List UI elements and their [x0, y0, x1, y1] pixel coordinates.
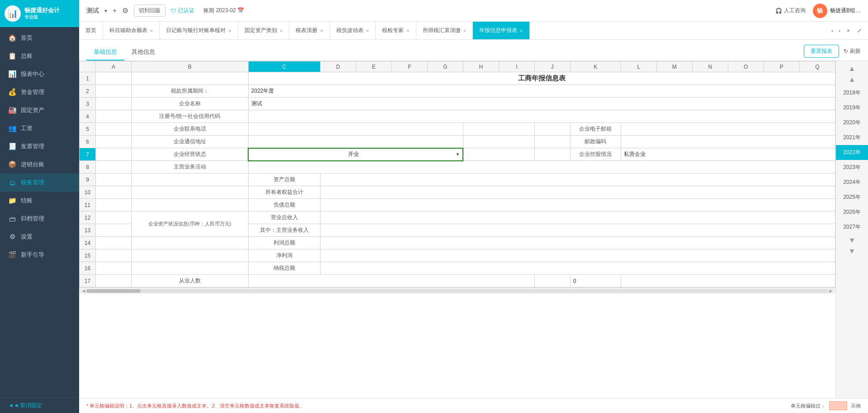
- cell-label[interactable]: 企业电子邮箱: [570, 123, 621, 136]
- cell[interactable]: 测试: [248, 98, 835, 110]
- reset-report-button[interactable]: 重置报表: [804, 45, 839, 58]
- cell[interactable]: [248, 136, 463, 148]
- cell[interactable]: [132, 249, 249, 262]
- cell[interactable]: [132, 262, 249, 275]
- tab-prev-button[interactable]: ‹: [830, 27, 835, 35]
- cell[interactable]: [96, 123, 132, 136]
- year-item-2024[interactable]: 2024年: [836, 175, 868, 190]
- cell[interactable]: [320, 199, 835, 211]
- tab-tax-fluctuation[interactable]: 税负波动表 ×: [330, 22, 376, 39]
- tab-other-info[interactable]: 其他信息: [124, 44, 162, 61]
- sidebar-item-home[interactable]: 🏠 首页: [0, 29, 79, 47]
- cell[interactable]: [96, 136, 132, 148]
- sidebar-item-funds[interactable]: 💰 资金管理: [0, 83, 79, 101]
- cell[interactable]: [320, 224, 835, 237]
- tab-expand-button[interactable]: ⤢: [854, 27, 864, 35]
- year-item-2020[interactable]: 2020年: [836, 115, 868, 130]
- tab-close-icon[interactable]: ×: [406, 28, 409, 33]
- cell[interactable]: [96, 110, 132, 123]
- cell[interactable]: [96, 161, 132, 174]
- cell[interactable]: [320, 249, 835, 262]
- cell[interactable]: [96, 72, 132, 85]
- sidebar-item-ledger[interactable]: 📋 总账: [0, 47, 79, 65]
- cell-label[interactable]: 税款所属期间：: [132, 85, 249, 98]
- cell-label[interactable]: 企业联系电话: [132, 123, 249, 136]
- title-cell[interactable]: 工商年报信息表: [248, 72, 835, 85]
- cell-label[interactable]: 主营业务活动: [132, 161, 249, 174]
- cell-label[interactable]: 从业人数: [132, 275, 249, 287]
- cell[interactable]: [132, 72, 249, 85]
- year-item-2027[interactable]: 2027年: [836, 220, 868, 235]
- tab-home[interactable]: 首页: [79, 22, 103, 39]
- cell-label[interactable]: 负债总额: [248, 199, 320, 211]
- sidebar-item-tax[interactable]: 🗂 税务管理: [0, 174, 79, 192]
- cell[interactable]: [320, 174, 835, 186]
- tab-journal-bank[interactable]: 日记账与银行对账单核对 ×: [160, 22, 238, 39]
- cell[interactable]: [96, 237, 132, 249]
- year-fast-up[interactable]: ▲: [836, 74, 868, 85]
- cell[interactable]: [132, 174, 249, 186]
- year-item-2023[interactable]: 2023年: [836, 160, 868, 175]
- cell-label[interactable]: 其中：主营业务收入: [248, 224, 320, 237]
- cell-label[interactable]: 企业名称: [132, 98, 249, 110]
- cell-label[interactable]: 利润总额: [248, 237, 320, 249]
- cell-label[interactable]: 资产总额: [248, 174, 320, 186]
- cell[interactable]: [96, 211, 132, 224]
- cell[interactable]: [534, 123, 570, 136]
- year-scroll-up[interactable]: ▲: [836, 63, 868, 75]
- cell[interactable]: [248, 123, 463, 136]
- cell-label[interactable]: 注册号/统一社会信用代码: [132, 110, 249, 123]
- cell[interactable]: [96, 98, 132, 110]
- tab-fixed-assets[interactable]: 固定资产类别 ×: [238, 22, 289, 39]
- year-item-2021[interactable]: 2021年: [836, 130, 868, 145]
- user-menu-button[interactable]: 畅 畅捷通B组…: [813, 4, 861, 18]
- customer-service-button[interactable]: 🎧 人工咨询: [775, 7, 806, 14]
- dropdown-arrow-icon[interactable]: ▼: [455, 152, 460, 157]
- spreadsheet-area[interactable]: A B C D E F G H I J K L M: [79, 61, 835, 398]
- tab-close-icon[interactable]: ×: [463, 28, 466, 33]
- year-scroll-down[interactable]: ▼: [836, 245, 868, 257]
- cell[interactable]: [320, 186, 835, 199]
- cell-dropdown[interactable]: 开业 ▼: [248, 148, 463, 161]
- tab-next-button[interactable]: ›: [837, 27, 842, 35]
- cell[interactable]: [96, 249, 132, 262]
- cell[interactable]: [132, 186, 249, 199]
- cell[interactable]: [621, 136, 835, 148]
- cell[interactable]: 0: [570, 275, 621, 287]
- add-tab-button[interactable]: +: [113, 7, 117, 15]
- horizontal-scrollbar[interactable]: ◄ ►: [79, 287, 835, 294]
- cell-label[interactable]: 企业控股情况: [570, 148, 621, 161]
- cell[interactable]: [132, 199, 249, 211]
- cell[interactable]: [463, 148, 534, 161]
- cell[interactable]: [96, 174, 132, 186]
- cell[interactable]: [96, 199, 132, 211]
- cell-label[interactable]: 企业通信地址: [132, 136, 249, 148]
- year-item-2018[interactable]: 2018年: [836, 85, 868, 100]
- cell[interactable]: [248, 110, 835, 123]
- year-fast-down[interactable]: ▼: [836, 235, 868, 246]
- cell[interactable]: [96, 275, 132, 287]
- cell[interactable]: [534, 148, 570, 161]
- cell[interactable]: [248, 275, 534, 287]
- cell[interactable]: [463, 123, 534, 136]
- tab-annual-report[interactable]: 年报信息申报表 ×: [473, 22, 529, 39]
- unpin-button[interactable]: ◄◄ 取消固定: [0, 398, 79, 413]
- sidebar-item-salary[interactable]: 👥 工资: [0, 119, 79, 137]
- tab-close-icon[interactable]: ×: [280, 28, 283, 33]
- sidebar-item-invoice[interactable]: 🧾 发票管理: [0, 137, 79, 155]
- sidebar-item-settings[interactable]: ⚙ 设置: [0, 228, 79, 246]
- tab-close-all-button[interactable]: ×: [844, 27, 853, 35]
- cell[interactable]: [534, 136, 570, 148]
- sidebar-item-assets[interactable]: 🏭 固定资产: [0, 101, 79, 119]
- cell-label[interactable]: 营业总收入: [248, 211, 320, 224]
- cell[interactable]: [96, 262, 132, 275]
- cell[interactable]: [96, 85, 132, 98]
- cell[interactable]: [463, 136, 534, 148]
- cell[interactable]: [96, 186, 132, 199]
- tab-close-icon[interactable]: ×: [228, 28, 231, 33]
- cell[interactable]: 私营企业: [621, 148, 835, 161]
- cell-label[interactable]: 所有者权益合计: [248, 186, 320, 199]
- cell[interactable]: [621, 275, 835, 287]
- cell-label[interactable]: 企业资产状况信息(币种：人民币万元): [132, 211, 249, 237]
- cell[interactable]: [96, 224, 132, 237]
